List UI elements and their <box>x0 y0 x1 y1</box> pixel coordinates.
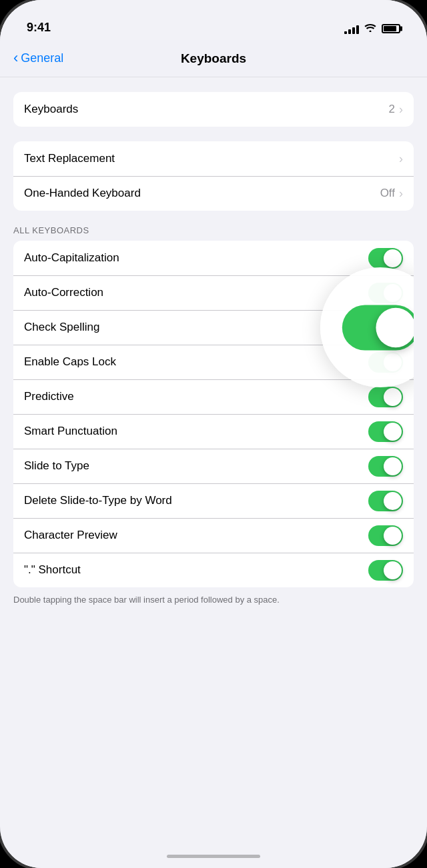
auto-capitalization-label: Auto-Capitalization <box>24 251 368 265</box>
text-replacement-label: Text Replacement <box>24 152 399 165</box>
smart-punctuation-label: Smart Punctuation <box>24 425 368 438</box>
delete-slide-to-type-row: Delete Slide-to-Type by Word <box>13 483 414 518</box>
character-preview-toggle[interactable] <box>368 525 403 546</box>
delete-slide-to-type-toggle[interactable] <box>368 491 403 511</box>
auto-capitalization-row: Auto-Capitalization <box>13 241 414 275</box>
character-preview-label: Character Preview <box>24 529 368 542</box>
replacement-card: Text Replacement › One-Handed Keyboard O… <box>13 141 414 211</box>
keyboards-card: Keyboards 2 › <box>13 92 414 127</box>
check-spelling-row: Check Spelling <box>13 310 414 345</box>
text-replacement-chevron-icon: › <box>399 152 403 166</box>
keyboards-row[interactable]: Keyboards 2 › <box>13 92 414 127</box>
keyboards-value: 2 <box>389 103 395 116</box>
smart-punctuation-toggle[interactable] <box>368 421 403 442</box>
period-shortcut-toggle[interactable] <box>368 560 403 581</box>
nav-bar: ‹ General Keyboards <box>0 40 427 77</box>
predictive-label: Predictive <box>24 390 368 403</box>
check-spelling-label: Check Spelling <box>24 321 368 334</box>
enable-caps-lock-toggle[interactable] <box>368 352 403 373</box>
slide-to-type-label: Slide to Type <box>24 459 368 473</box>
slide-to-type-row: Slide to Type <box>13 449 414 483</box>
page-title: Keyboards <box>113 51 314 66</box>
home-bar <box>167 855 260 858</box>
status-time: 9:41 <box>27 21 344 35</box>
one-handed-keyboard-row[interactable]: One-Handed Keyboard Off › <box>13 176 414 211</box>
predictive-toggle[interactable] <box>368 387 403 407</box>
one-handed-keyboard-value: Off <box>380 187 395 200</box>
all-keyboards-section-label: ALL KEYBOARDS <box>0 225 427 235</box>
smart-punctuation-row: Smart Punctuation <box>13 414 414 449</box>
keyboards-section: Keyboards 2 › <box>0 92 427 127</box>
text-replacement-row[interactable]: Text Replacement › <box>13 141 414 176</box>
slide-to-type-toggle[interactable] <box>368 456 403 477</box>
content-scroll[interactable]: Keyboards 2 › Text Replacement › One-Han… <box>0 77 427 844</box>
keyboards-chevron-icon: › <box>399 103 403 117</box>
all-keyboards-section: ALL KEYBOARDS Auto-Capitalization Aut <box>0 225 427 606</box>
enable-caps-lock-label: Enable Caps Lock <box>24 355 368 369</box>
character-preview-row: Character Preview <box>13 518 414 553</box>
enable-caps-lock-row: Enable Caps Lock <box>13 345 414 379</box>
footer-note: Double tapping the space bar will insert… <box>0 587 427 606</box>
keyboards-label: Keyboards <box>24 103 389 116</box>
period-shortcut-label: "." Shortcut <box>24 563 368 577</box>
one-handed-chevron-icon: › <box>399 187 403 201</box>
period-shortcut-row: "." Shortcut <box>13 553 414 587</box>
auto-correction-row: Auto-Correction <box>13 275 414 310</box>
signal-icon <box>344 23 359 34</box>
screen: 9:41 <box>0 0 427 868</box>
replacement-section: Text Replacement › One-Handed Keyboard O… <box>0 141 427 211</box>
one-handed-keyboard-label: One-Handed Keyboard <box>24 187 380 200</box>
home-indicator <box>0 844 427 868</box>
status-bar: 9:41 <box>0 0 427 40</box>
wifi-icon <box>364 23 376 35</box>
auto-correction-label: Auto-Correction <box>24 286 368 299</box>
predictive-row: Predictive <box>13 379 414 414</box>
back-chevron-icon: ‹ <box>13 49 18 67</box>
auto-capitalization-toggle[interactable] <box>368 248 403 269</box>
delete-slide-to-type-label: Delete Slide-to-Type by Word <box>24 494 368 507</box>
auto-correction-toggle[interactable] <box>368 283 403 303</box>
phone-frame: 9:41 <box>0 0 427 868</box>
status-icons <box>344 23 400 35</box>
battery-icon <box>382 24 400 33</box>
all-keyboards-card: Auto-Capitalization Auto-Correction <box>13 241 414 587</box>
back-label: General <box>21 51 63 65</box>
back-button[interactable]: ‹ General <box>13 51 113 67</box>
